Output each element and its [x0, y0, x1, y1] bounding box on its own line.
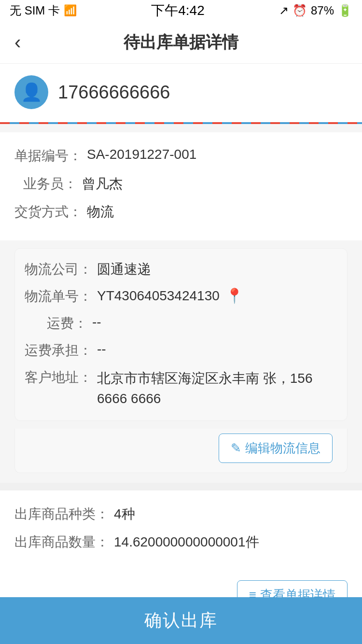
salesman-value: 曾凡杰 — [82, 175, 348, 193]
section-divider — [0, 483, 362, 490]
confirm-btn-container: 确认出库 — [0, 597, 362, 644]
page-title: 待出库单据详情 — [124, 31, 238, 54]
product-quantity-value: 14.620000000000001件 — [114, 533, 259, 551]
product-types-value: 4种 — [114, 505, 135, 523]
edit-icon: ✎ — [231, 441, 241, 456]
alarm-icon: ⏰ — [292, 4, 307, 17]
logistics-card: 物流公司： 圆通速递 物流单号： YT43064053424130 📍 运费： … — [14, 248, 348, 421]
customer-phone: 17666666666 — [58, 82, 170, 103]
order-no-label: 单据编号： — [14, 147, 87, 165]
customer-header: 👤 17666666666 — [0, 64, 362, 121]
freight-value: -- — [92, 314, 337, 330]
wifi-icon: 📶 — [64, 4, 77, 17]
logistics-company-value: 圆通速递 — [97, 260, 337, 279]
location-status-icon: ↗ — [279, 4, 289, 17]
logistics-company-row: 物流公司： 圆通速递 — [25, 260, 337, 279]
order-no-row: 单据编号： SA-20191227-001 — [14, 147, 348, 165]
status-right: ↗ ⏰ 87% 🔋 — [279, 4, 352, 17]
freight-bear-value: -- — [97, 341, 337, 357]
time-text: 下午4:42 — [151, 1, 205, 20]
nav-bar: ‹ 待出库单据详情 — [0, 21, 362, 64]
logistics-tracking-label: 物流单号： — [25, 287, 97, 306]
status-bar: 无 SIM 卡 📶 下午4:42 ↗ ⏰ 87% 🔋 — [0, 0, 362, 21]
battery-icon: 🔋 — [338, 4, 352, 17]
delivery-label: 交货方式： — [14, 203, 87, 221]
product-types-row: 出库商品种类： 4种 — [14, 505, 348, 523]
edit-button-label: 编辑物流信息 — [245, 440, 320, 457]
freight-label: 运费： — [25, 314, 92, 333]
avatar: 👤 — [14, 75, 48, 109]
edit-btn-container: ✎ 编辑物流信息 — [14, 429, 348, 473]
status-left: 无 SIM 卡 📶 — [10, 3, 77, 18]
freight-bear-label: 运费承担： — [25, 341, 97, 360]
product-types-label: 出库商品种类： — [14, 505, 114, 523]
address-value: 北京市市辖区海淀区永丰南 张，156 6666 6666 — [97, 368, 337, 409]
confirm-button[interactable]: 确认出库 — [144, 609, 218, 632]
product-section: 出库商品种类： 4种 出库商品数量： 14.620000000000001件 — [0, 490, 362, 575]
logistics-tracking-value: YT43064053424130 📍 — [97, 287, 337, 304]
logistics-company-label: 物流公司： — [25, 260, 97, 279]
edit-logistics-button[interactable]: ✎ 编辑物流信息 — [219, 434, 333, 463]
delivery-row: 交货方式： 物流 — [14, 203, 348, 221]
address-row: 客户地址： 北京市市辖区海淀区永丰南 张，156 6666 6666 — [25, 368, 337, 409]
tracking-location-icon[interactable]: 📍 — [225, 287, 243, 304]
tracking-no-text: YT43064053424130 — [97, 288, 220, 304]
dashed-divider — [0, 121, 362, 125]
order-no-value: SA-20191227-001 — [87, 147, 348, 162]
product-quantity-label: 出库商品数量： — [14, 533, 114, 551]
battery-text: 87% — [311, 4, 334, 17]
back-button[interactable]: ‹ — [14, 31, 21, 53]
logistics-tracking-row: 物流单号： YT43064053424130 📍 — [25, 287, 337, 306]
delivery-value: 物流 — [87, 203, 348, 221]
salesman-row: 业务员： 曾凡杰 — [14, 175, 348, 193]
product-quantity-row: 出库商品数量： 14.620000000000001件 — [14, 533, 348, 551]
order-info-section: 单据编号： SA-20191227-001 业务员： 曾凡杰 交货方式： 物流 — [0, 132, 362, 240]
address-label: 客户地址： — [25, 368, 97, 387]
freight-row: 运费： -- — [25, 314, 337, 333]
freight-bear-row: 运费承担： -- — [25, 341, 337, 360]
salesman-label: 业务员： — [14, 175, 82, 193]
avatar-icon: 👤 — [21, 82, 42, 102]
carrier-text: 无 SIM 卡 — [10, 3, 60, 18]
